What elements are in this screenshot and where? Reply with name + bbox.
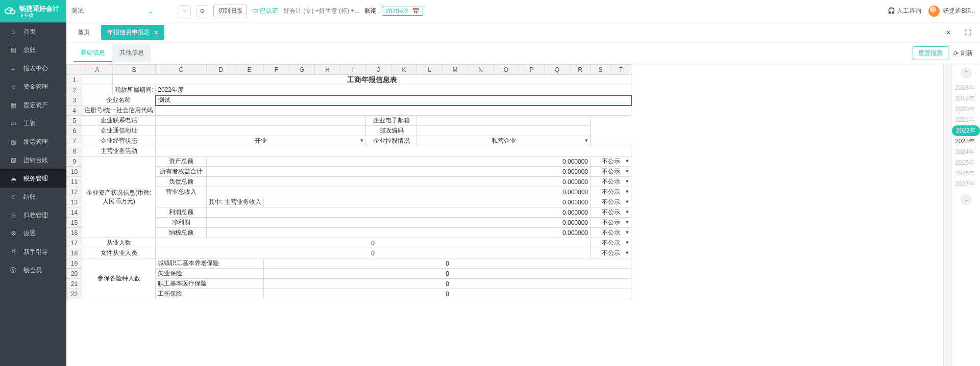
- col-header[interactable]: H: [315, 65, 340, 75]
- row-header[interactable]: 20: [67, 269, 82, 279]
- year-2022年[interactable]: 2022年: [952, 125, 980, 136]
- sidebar-item-3[interactable]: ⌾资金管理: [0, 77, 66, 96]
- row-header[interactable]: 9: [67, 156, 82, 167]
- row-header[interactable]: 10: [67, 167, 82, 177]
- col-header[interactable]: S: [591, 65, 611, 75]
- sidebar-item-9[interactable]: ⎋结账: [0, 188, 66, 206]
- disclose-dropdown[interactable]: 不公示: [591, 228, 631, 238]
- col-header[interactable]: Q: [545, 65, 570, 75]
- sidebar-item-6[interactable]: ▧发票管理: [0, 133, 66, 151]
- row-header[interactable]: 2: [67, 85, 82, 95]
- sidebar-item-13[interactable]: Ⓥ畅会员: [0, 261, 66, 279]
- row-header[interactable]: 18: [67, 248, 82, 258]
- col-header[interactable]: C: [156, 65, 207, 75]
- disclose-dropdown[interactable]: 不公示: [591, 238, 631, 248]
- col-header[interactable]: F: [264, 65, 289, 75]
- col-header[interactable]: R: [570, 65, 591, 75]
- sidebar-item-12[interactable]: ⎙新手引导: [0, 243, 66, 261]
- year-down-icon[interactable]: ⌄: [961, 194, 972, 205]
- tab-home[interactable]: 首页: [71, 25, 96, 40]
- close-all-tabs[interactable]: ✕: [941, 25, 955, 40]
- sidebar-item-1[interactable]: ▤总账: [0, 41, 66, 59]
- row-header[interactable]: 11: [67, 177, 82, 187]
- row-header[interactable]: 14: [67, 207, 82, 218]
- sidebar-item-5[interactable]: ▭工资: [0, 114, 66, 133]
- company-selector[interactable]: 测试 ⌄: [71, 7, 174, 15]
- row-header[interactable]: 12: [67, 187, 82, 197]
- subtab-basic[interactable]: 基础信息: [74, 44, 112, 62]
- add-button[interactable]: ＋: [179, 5, 191, 17]
- col-header[interactable]: J: [366, 65, 391, 75]
- year-2019年[interactable]: 2019年: [952, 93, 980, 104]
- disclose-dropdown[interactable]: 不公示: [591, 177, 631, 187]
- disclose-dropdown[interactable]: 不公示: [591, 187, 631, 197]
- col-header[interactable]: G: [289, 65, 315, 75]
- expand-icon[interactable]: ⛶: [961, 25, 975, 40]
- row-header[interactable]: 19: [67, 258, 82, 269]
- year-2027年[interactable]: 2027年: [952, 179, 980, 190]
- col-header[interactable]: I: [340, 65, 366, 75]
- col-header[interactable]: O: [494, 65, 519, 75]
- scrollbar[interactable]: [943, 64, 951, 366]
- disclose-dropdown[interactable]: 不公示: [591, 197, 631, 207]
- holding-dropdown[interactable]: 私营企业: [417, 136, 591, 146]
- row-header[interactable]: 3: [67, 95, 82, 106]
- refresh-button[interactable]: ⟳ 刷新: [953, 49, 973, 58]
- row-header[interactable]: 4: [67, 106, 82, 116]
- sidebar-item-0[interactable]: ⌂首页: [0, 22, 66, 41]
- col-header[interactable]: M: [443, 65, 468, 75]
- disclose-dropdown[interactable]: 不公示: [591, 248, 631, 258]
- row-header[interactable]: 6: [67, 126, 82, 136]
- disclose-dropdown[interactable]: 不公示: [591, 207, 631, 218]
- row-header[interactable]: 16: [67, 228, 82, 238]
- subtab-other[interactable]: 其他信息: [112, 44, 151, 62]
- sidebar-item-8[interactable]: ☁税务管理: [0, 169, 66, 188]
- gear-icon[interactable]: ⚙: [196, 5, 208, 17]
- col-header[interactable]: L: [417, 65, 443, 75]
- col-header[interactable]: A: [82, 65, 113, 75]
- col-header[interactable]: T: [611, 65, 631, 75]
- sidebar-item-4[interactable]: ▦固定资产: [0, 96, 66, 114]
- sidebar-item-7[interactable]: ▨进销台账: [0, 151, 66, 169]
- business-status-dropdown[interactable]: 开业: [156, 136, 366, 146]
- disclose-dropdown[interactable]: 不公示: [591, 156, 631, 167]
- row-header[interactable]: 15: [67, 218, 82, 228]
- user-menu[interactable]: 畅捷通B组..: [928, 6, 975, 17]
- product-list[interactable]: 好会计 (专) +好生意 (标) +...: [283, 7, 359, 15]
- col-header[interactable]: D: [207, 65, 235, 75]
- row-header[interactable]: 13: [67, 197, 82, 207]
- year-2024年[interactable]: 2024年: [952, 147, 980, 158]
- year-2025年[interactable]: 2025年: [952, 158, 980, 168]
- row-header[interactable]: 5: [67, 116, 82, 126]
- year-2026年[interactable]: 2026年: [952, 168, 980, 179]
- year-2021年[interactable]: 2021年: [952, 115, 980, 125]
- company-name-cell[interactable]: 测试: [156, 95, 631, 106]
- year-up-icon[interactable]: ⌃: [961, 67, 972, 79]
- support-link[interactable]: 🎧 人工咨询: [888, 7, 921, 15]
- sidebar-item-11[interactable]: ⚙设置: [0, 224, 66, 243]
- row-header[interactable]: 8: [67, 146, 82, 156]
- year-2018年[interactable]: 2018年: [952, 83, 980, 93]
- reset-report-button[interactable]: 重置报表: [913, 46, 948, 60]
- spreadsheet[interactable]: ABCDEFGHIJKLMNOPQRST1工商年报信息表2税款所属期间:2022…: [66, 64, 943, 366]
- col-header[interactable]: B: [113, 65, 156, 75]
- year-2020年[interactable]: 2020年: [952, 104, 980, 115]
- year-2023年[interactable]: 2023年: [952, 136, 980, 147]
- col-header[interactable]: K: [391, 65, 417, 75]
- period-selector[interactable]: 2023-02 📅: [382, 7, 423, 16]
- row-header[interactable]: 17: [67, 238, 82, 248]
- row-header[interactable]: 22: [67, 289, 82, 299]
- col-header[interactable]: P: [519, 65, 545, 75]
- close-icon[interactable]: ×: [154, 29, 158, 37]
- disclose-dropdown[interactable]: 不公示: [591, 218, 631, 228]
- switch-old-version[interactable]: 切到旧版: [213, 5, 247, 17]
- col-header[interactable]: N: [468, 65, 494, 75]
- row-header[interactable]: 21: [67, 279, 82, 289]
- row-header[interactable]: 1: [67, 75, 82, 85]
- col-header[interactable]: E: [235, 65, 264, 75]
- sidebar-item-10[interactable]: ⎘归档管理: [0, 206, 66, 224]
- disclose-dropdown[interactable]: 不公示: [591, 167, 631, 177]
- sidebar-item-2[interactable]: ⫠报表中心: [0, 59, 66, 77]
- tab-annual-report[interactable]: 年报信息申报表 ×: [101, 25, 164, 40]
- row-header[interactable]: 7: [67, 136, 82, 146]
